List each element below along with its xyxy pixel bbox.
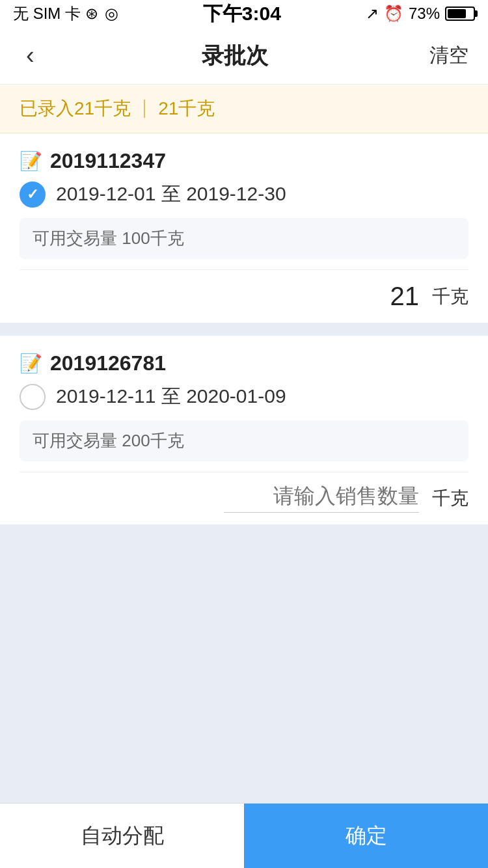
page-title: 录批次 (202, 41, 268, 71)
batch2-radio[interactable] (20, 384, 46, 410)
batch1-header: 📝 2019112347 (20, 149, 468, 173)
nav-bar: ‹ 录批次 清空 (0, 27, 488, 85)
status-left: 无 SIM 卡 ⊛ ◎ (13, 3, 118, 24)
batch-item-1: 📝 2019112347 2019-12-01 至 2019-12-30 可用交… (0, 133, 488, 323)
batch1-unit: 千克 (432, 284, 468, 309)
auto-distribute-button[interactable]: 自动分配 (0, 804, 244, 868)
section-divider-2 (0, 524, 488, 850)
alarm-icon: ⏰ (384, 5, 403, 23)
clear-button[interactable]: 清空 (429, 42, 468, 69)
status-bar: 无 SIM 卡 ⊛ ◎ 下午3:04 ↗ ⏰ 73% (0, 0, 488, 27)
batch1-date: 2019-12-01 至 2019-12-30 (56, 181, 286, 208)
batch2-id: 2019126781 (50, 351, 166, 375)
batch2-qty: 可用交易量 200千克 (20, 420, 468, 461)
section-divider-1 (0, 323, 488, 336)
batch1-row[interactable]: 2019-12-01 至 2019-12-30 (20, 181, 468, 208)
status-right: ↗ ⏰ 73% (366, 5, 475, 23)
wifi-icon: ◎ (105, 5, 118, 23)
battery-icon (445, 7, 475, 21)
time-display: 下午3:04 (203, 1, 281, 27)
sim-text: 无 SIM 卡 ⊛ (13, 3, 98, 24)
batch2-unit: 千克 (432, 486, 468, 511)
batch2-doc-icon: 📝 (20, 353, 42, 374)
batch1-radio[interactable] (20, 182, 46, 208)
batch2-header: 📝 2019126781 (20, 351, 468, 375)
bottom-bar: 自动分配 确定 (0, 803, 488, 868)
batch-item-2: 📝 2019126781 2019-12-11 至 2020-01-09 可用交… (0, 336, 488, 524)
info-banner: 已录入21千克 21千克 (0, 85, 488, 133)
batch1-doc-icon: 📝 (20, 150, 42, 172)
banner-divider (144, 100, 145, 118)
confirm-button[interactable]: 确定 (244, 804, 488, 868)
batch2-date: 2019-12-11 至 2020-01-09 (56, 383, 286, 410)
batch2-qty-input[interactable] (224, 484, 419, 513)
batch1-amount-value: 21 (390, 282, 420, 311)
back-button[interactable]: ‹ (20, 35, 41, 76)
batch2-row[interactable]: 2019-12-11 至 2020-01-09 (20, 383, 468, 410)
battery-percent: 73% (409, 5, 440, 23)
batch1-id: 2019112347 (50, 149, 166, 173)
location-icon: ↗ (366, 5, 379, 23)
recorded-value: 21千克 (158, 96, 215, 121)
batch2-input-row: 千克 (20, 472, 468, 524)
batch1-qty: 可用交易量 100千克 (20, 218, 468, 259)
recorded-label: 已录入21千克 (20, 96, 131, 121)
batch1-amount-row: 21 千克 (20, 269, 468, 323)
